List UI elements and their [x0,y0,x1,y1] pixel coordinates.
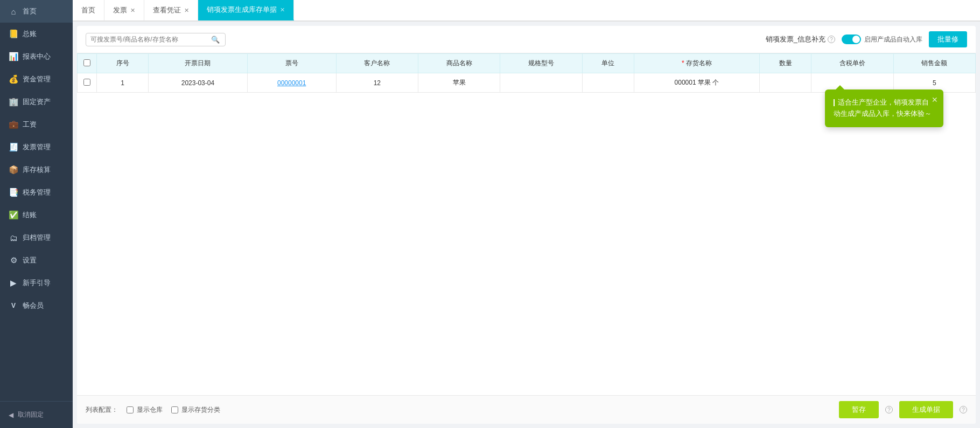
fixed-asset-icon: 🏢 [9,97,18,107]
inventory-icon: 📦 [9,165,18,175]
info-title-text: 销项发票_信息补充 [766,34,825,44]
unfix-label: 取消固定 [18,410,44,419]
sidebar-item-label: 税务管理 [23,188,51,197]
sidebar-bottom: ◀ 取消固定 [0,401,73,428]
sidebar-item-ledger[interactable]: 📒 总账 [0,23,73,45]
toggle-label: 启用产成品自动入库 [864,35,922,44]
row-date: 2023-03-04 [149,73,248,93]
toolbar: 🔍 销项发票_信息补充 ? 启用产成品自动入库 批量修 [77,26,976,53]
tab-home[interactable]: 首页 [73,0,104,20]
show-warehouse-checkbox[interactable] [127,406,134,413]
sidebar-item-salary[interactable]: 💼 工资 [0,113,73,136]
row-number: 00000001 [247,73,336,93]
search-input[interactable] [90,36,209,43]
sidebar-item-fixed-asset[interactable]: 🏢 固定资产 [0,91,73,113]
info-label: 销项发票_信息补充 ? [766,34,835,44]
unfix-icon: ◀ [9,411,13,419]
sidebar-item-invoice-mgmt[interactable]: 🧾 发票管理 [0,136,73,158]
tooltip-popup: 适合生产型企业，销项发票自动生成产成品入库，快来体验～ ✕ [825,89,943,127]
th-inventory: 存货名称 [634,54,760,73]
config-label: 列表配置： [86,405,118,415]
tax-icon: 📑 [9,188,18,197]
tab-voucher[interactable]: 查看凭证 ✕ [144,0,198,20]
tooltip-cursor [834,99,835,106]
toggle-area: 启用产成品自动入库 [842,34,922,44]
row-customer: 12 [336,73,418,93]
auto-warehousing-toggle[interactable] [842,34,861,44]
sidebar-item-label: 结账 [23,210,37,220]
tab-stock-close[interactable]: ✕ [280,6,285,13]
show-category-label: 显示存货分类 [181,405,220,415]
save-help-icon[interactable]: ? [885,406,893,413]
th-qty: 数量 [760,54,811,73]
show-category-checkbox[interactable] [171,406,178,413]
row-checkbox[interactable] [83,79,90,86]
row-unit [582,73,634,93]
guide-icon: ▶ [9,278,18,288]
batch-modify-button[interactable]: 批量修 [929,31,967,47]
generate-button[interactable]: 生成单据 [899,401,953,418]
unfix-button[interactable]: ◀ 取消固定 [0,406,73,424]
sidebar-item-archive[interactable]: 🗂 归档管理 [0,226,73,249]
sidebar-item-label: 发票管理 [23,142,51,152]
home-icon: ⌂ [9,7,18,16]
ledger-icon: 📒 [9,29,18,39]
save-button[interactable]: 暂存 [839,401,879,418]
toggle-knob [852,36,860,43]
sidebar-item-settings[interactable]: ⚙ 设置 [0,249,73,272]
th-number: 票号 [247,54,336,73]
info-help-icon[interactable]: ? [828,36,835,43]
generate-help-icon[interactable]: ? [960,406,967,413]
row-seq: 1 [97,73,149,93]
row-checkbox-cell [78,73,97,93]
tab-invoice-close[interactable]: ✕ [130,7,135,14]
sidebar-item-closing[interactable]: ✅ 结账 [0,204,73,226]
sidebar-item-home[interactable]: ⌂ 首页 [0,0,73,23]
table-header-row: 序号 开票日期 票号 客户名称 商品名称 [78,54,976,73]
tab-stock[interactable]: 销项发票生成库存单据 ✕ [198,0,294,20]
th-amount: 销售金额 [893,54,975,73]
footer: 列表配置： 显示仓库 显示存货分类 暂存 ? 生成单据 ? [77,395,976,424]
row-number-link[interactable]: 00000001 [277,79,306,87]
sidebar-item-guide[interactable]: ▶ 新手引导 [0,272,73,294]
sidebar-item-tax[interactable]: 📑 税务管理 [0,181,73,204]
salary-icon: 💼 [9,120,18,129]
row-qty [760,73,811,93]
sidebar-item-label: 新手引导 [23,278,51,288]
sidebar-item-label: 畅会员 [23,301,44,310]
th-goods: 商品名称 [418,54,500,73]
search-box[interactable]: 🔍 [86,33,226,46]
sidebar-item-label: 资金管理 [23,74,51,84]
tooltip-text: 适合生产型企业，销项发票自动生成产成品入库，快来体验～ [834,98,932,118]
tab-invoice-label: 发票 [113,5,127,15]
report-icon: 📊 [9,52,18,61]
sidebar-item-vip[interactable]: V 畅会员 [0,294,73,317]
sidebar-item-report[interactable]: 📊 报表中心 [0,45,73,68]
sidebar-item-label: 设置 [23,256,37,265]
closing-icon: ✅ [9,210,18,220]
row-spec [500,73,582,93]
th-unit: 单位 [582,54,634,73]
th-date: 开票日期 [149,54,248,73]
tab-voucher-close[interactable]: ✕ [184,7,189,14]
show-category-group: 显示存货分类 [171,405,220,415]
tooltip-close-button[interactable]: ✕ [932,94,938,106]
footer-buttons: 暂存 ? 生成单据 ? [839,401,967,418]
sidebar-item-label: 报表中心 [23,52,51,61]
fund-icon: 💰 [9,74,18,84]
select-all-checkbox[interactable] [83,59,90,66]
search-icon: 🔍 [211,36,220,44]
sidebar-item-fund[interactable]: 💰 资金管理 [0,68,73,91]
tab-invoice[interactable]: 发票 ✕ [104,0,144,20]
th-tax-price: 含税单价 [811,54,893,73]
th-spec: 规格型号 [500,54,582,73]
archive-icon: 🗂 [9,233,18,243]
row-inventory: 000001 苹果 个 [634,73,760,93]
content-area: 🔍 销项发票_信息补充 ? 启用产成品自动入库 批量修 [77,26,976,424]
tab-bar: 首页 发票 ✕ 查看凭证 ✕ 销项发票生成库存单据 ✕ [73,0,980,22]
sidebar-item-inventory[interactable]: 📦 库存核算 [0,158,73,181]
sidebar-item-label: 工资 [23,120,37,129]
th-checkbox [78,54,97,73]
sidebar-item-label: 库存核算 [23,165,51,175]
sidebar-item-label: 归档管理 [23,233,51,243]
